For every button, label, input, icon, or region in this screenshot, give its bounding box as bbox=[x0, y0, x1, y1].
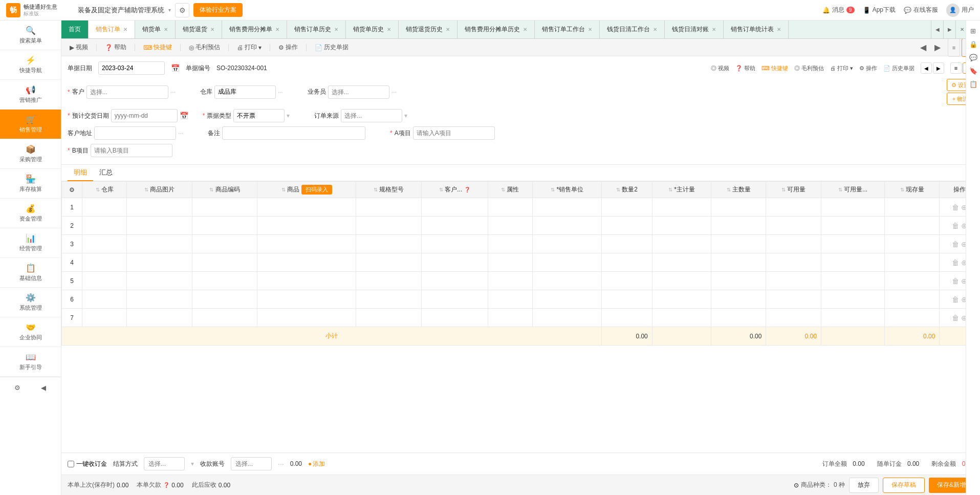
float-btn-3[interactable]: 💬 bbox=[967, 51, 979, 63]
cell-stock-3[interactable] bbox=[885, 235, 940, 253]
cell-code-5[interactable] bbox=[192, 272, 257, 290]
cell-custref-3[interactable] bbox=[421, 235, 488, 253]
tab-close-order-history[interactable]: ✕ bbox=[334, 27, 338, 32]
cell-avail2-4[interactable] bbox=[821, 253, 884, 272]
cell-avail-2[interactable] bbox=[766, 217, 821, 235]
cell-mainunit-7[interactable] bbox=[652, 309, 711, 327]
cell-warehouse-1[interactable] bbox=[82, 198, 127, 217]
tab-close-order-workbench[interactable]: ✕ bbox=[588, 27, 592, 32]
cust-more[interactable]: ··· bbox=[170, 89, 176, 96]
user-area[interactable]: 👤 用户 bbox=[946, 4, 974, 17]
tab-close-sales-order[interactable]: ✕ bbox=[123, 27, 127, 32]
delivery-input-rebuilt[interactable] bbox=[111, 109, 178, 122]
sidebar-item-sales[interactable]: 🛒 销售管理 bbox=[0, 110, 61, 139]
cell-avail-5[interactable] bbox=[766, 272, 821, 290]
gear-button[interactable]: ⚙ bbox=[175, 3, 189, 17]
hist-btn-rebuilt[interactable]: 📄 历史单据 bbox=[883, 64, 914, 72]
staff-input-rebuilt[interactable] bbox=[328, 85, 389, 99]
cell-avail2-7[interactable] bbox=[821, 309, 884, 327]
account-more-icon[interactable]: ··· bbox=[278, 460, 284, 468]
cell-stock-7[interactable] bbox=[885, 309, 940, 327]
add-btn[interactable]: ● 添加 bbox=[308, 460, 325, 468]
nav-prev-rebuilt[interactable]: ◀ bbox=[921, 62, 932, 74]
delete-icon-2[interactable]: 🗑 bbox=[952, 222, 959, 230]
scan-btn[interactable]: 扫码录入 bbox=[301, 185, 332, 195]
tab-close-sales-return[interactable]: ✕ bbox=[210, 27, 214, 32]
cell-avail-7[interactable] bbox=[766, 309, 821, 327]
view-btn-rebuilt[interactable]: ◎ 视频 bbox=[711, 64, 729, 72]
nav-next-rebuilt[interactable]: ▶ bbox=[933, 62, 944, 74]
tab-sales-invoice[interactable]: 销货单 ✕ bbox=[135, 20, 176, 39]
cell-stock-2[interactable] bbox=[885, 217, 940, 235]
tab-close-sales-expense[interactable]: ✕ bbox=[275, 27, 279, 32]
cell-mainunit-6[interactable] bbox=[652, 290, 711, 309]
tab-order-workbench[interactable]: 销售订单工作台 ✕ bbox=[535, 20, 600, 39]
sidebar-item-inventory[interactable]: 🏪 库存核算 bbox=[0, 169, 61, 199]
delete-icon-1[interactable]: 🗑 bbox=[952, 203, 959, 211]
delete-icon-6[interactable]: 🗑 bbox=[952, 295, 959, 304]
discard-btn[interactable]: 放弃 bbox=[849, 478, 879, 493]
cell-spec-1[interactable] bbox=[356, 198, 421, 217]
sidebar-item-marketing[interactable]: 📢 营销推广 bbox=[0, 80, 61, 110]
history-btn[interactable]: 📄 历史单据 bbox=[313, 42, 351, 53]
cell-qty2-5[interactable] bbox=[602, 272, 652, 290]
app-download[interactable]: 📱 App下载 bbox=[863, 6, 896, 14]
cell-qty2-7[interactable] bbox=[602, 309, 652, 327]
cell-unit-4[interactable] bbox=[533, 253, 602, 272]
cell-spec-7[interactable] bbox=[356, 309, 421, 327]
tab-close-return-history[interactable]: ✕ bbox=[446, 27, 450, 32]
cell-mainunit-2[interactable] bbox=[652, 217, 711, 235]
cell-attr-3[interactable] bbox=[488, 235, 532, 253]
cell-unit-3[interactable] bbox=[533, 235, 602, 253]
cell-avail-4[interactable] bbox=[766, 253, 821, 272]
cell-custref-6[interactable] bbox=[421, 290, 488, 309]
cell-image-6[interactable] bbox=[127, 290, 192, 309]
delete-icon-4[interactable]: 🗑 bbox=[952, 259, 959, 267]
tab-detail[interactable]: 明细 bbox=[68, 165, 93, 181]
addr-input-rebuilt[interactable] bbox=[94, 126, 176, 140]
delivery-cal[interactable]: 📅 bbox=[180, 112, 188, 120]
cell-mainqty-4[interactable] bbox=[711, 253, 766, 272]
cell-mainqty-6[interactable] bbox=[711, 290, 766, 309]
addr-more[interactable]: ··· bbox=[178, 130, 183, 137]
staff-more[interactable]: ··· bbox=[391, 89, 397, 96]
sidebar-item-guide[interactable]: 📖 新手引导 bbox=[0, 347, 61, 377]
cell-unit-7[interactable] bbox=[533, 309, 602, 327]
cell-attr-2[interactable] bbox=[488, 217, 532, 235]
cell-mainunit-3[interactable] bbox=[652, 235, 711, 253]
tab-expense-history[interactable]: 销售费用分摊单历史 ✕ bbox=[458, 20, 535, 39]
bproj-input-rebuilt[interactable] bbox=[91, 144, 172, 157]
cell-attr-4[interactable] bbox=[488, 253, 532, 272]
payment-dropdown[interactable]: ▾ bbox=[191, 460, 194, 467]
cell-qty2-1[interactable] bbox=[602, 198, 652, 217]
cell-avail2-3[interactable] bbox=[821, 235, 884, 253]
delete-icon-7[interactable]: 🗑 bbox=[952, 314, 959, 322]
cell-warehouse-6[interactable] bbox=[82, 290, 127, 309]
settings-footer-icon[interactable]: ⚙ bbox=[11, 381, 24, 394]
aproj-input-rebuilt[interactable] bbox=[413, 126, 495, 140]
industry-btn[interactable]: 体验行业方案 bbox=[193, 3, 243, 17]
cell-code-7[interactable] bbox=[192, 309, 257, 327]
float-btn-2[interactable]: 🔒 bbox=[967, 38, 979, 50]
list-view-rebuilt[interactable]: ≡ bbox=[950, 62, 962, 74]
cell-mainunit-5[interactable] bbox=[652, 272, 711, 290]
tab-close-sales-stats[interactable]: ✕ bbox=[777, 27, 781, 32]
cell-spec-4[interactable] bbox=[356, 253, 421, 272]
tab-sales-return[interactable]: 销货退货 ✕ bbox=[176, 20, 222, 39]
tab-close-expense-history[interactable]: ✕ bbox=[523, 27, 527, 32]
cell-attr-6[interactable] bbox=[488, 290, 532, 309]
cell-attr-1[interactable] bbox=[488, 198, 532, 217]
tab-cash-reconcile[interactable]: 钱货日清对账 ✕ bbox=[665, 20, 724, 39]
tab-sales-expense[interactable]: 销售费用分摊单 ✕ bbox=[222, 20, 287, 39]
tab-close-cash-reconcile[interactable]: ✕ bbox=[712, 27, 716, 32]
cell-qty2-2[interactable] bbox=[602, 217, 652, 235]
cell-custref-4[interactable] bbox=[421, 253, 488, 272]
toolbar-nav-prev[interactable]: ◀ bbox=[917, 39, 929, 57]
cell-custref-7[interactable] bbox=[421, 309, 488, 327]
cell-warehouse-2[interactable] bbox=[82, 217, 127, 235]
cell-stock-6[interactable] bbox=[885, 290, 940, 309]
cell-mainunit-4[interactable] bbox=[652, 253, 711, 272]
note-input-rebuilt[interactable] bbox=[222, 126, 365, 140]
sidebar-item-purchase[interactable]: 📦 采购管理 bbox=[0, 139, 61, 169]
cell-mainunit-1[interactable] bbox=[652, 198, 711, 217]
